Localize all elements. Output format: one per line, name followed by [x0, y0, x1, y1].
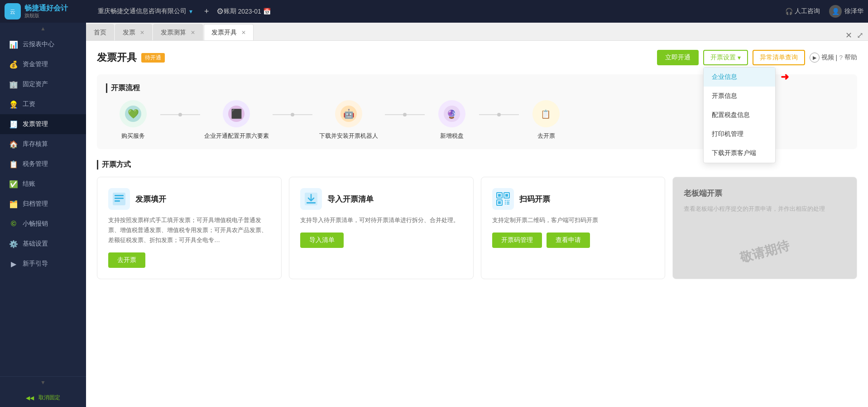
sidebar-item-kucun[interactable]: 🏠 库存核算	[0, 134, 86, 154]
import-list-button[interactable]: 导入清单	[300, 233, 344, 248]
sidebar-item-guidang[interactable]: 🗂️ 归档管理	[0, 194, 86, 214]
tab-fapiaocesuan-close[interactable]: ✕	[191, 29, 195, 36]
sidebar-label-yunbao: 云报表中心	[23, 40, 54, 48]
user-menu[interactable]: 👤 徐泽华	[829, 5, 863, 18]
jiezhang-icon: ✅	[9, 179, 18, 189]
tabs-right-actions: ✕ ⤢	[845, 30, 868, 40]
view-apply-button[interactable]: 查看申请	[547, 233, 590, 248]
app-edition: 旗舰版	[24, 12, 68, 19]
billing-card-wrap-laobanduan: 老板端开票 查看老板端小程序提交的开票申请，并作出相应的处理 敬请期待	[672, 177, 857, 279]
sidebar-item-xiaochang[interactable]: © 小畅报销	[0, 214, 86, 234]
page-title: 发票开具	[97, 51, 137, 64]
tab-fapiaocesuan[interactable]: 发票测算 ✕	[153, 24, 203, 40]
svg-rect-17	[307, 202, 316, 204]
xinshouyi-icon: ▶	[9, 259, 18, 268]
dropdown-item-xiazai[interactable]: 下载开票客户端	[704, 144, 775, 163]
abnormal-list-button[interactable]: 异常清单查询	[753, 50, 805, 65]
company-selector[interactable]: 重庆畅捷交通信息咨询有限公司 ▾	[91, 7, 200, 15]
connector-1	[160, 113, 200, 127]
tab-fapiaokaiju[interactable]: 发票开具 ✕	[204, 24, 254, 40]
calendar-icon[interactable]: 📅	[263, 8, 271, 15]
play-icon[interactable]: ▶	[810, 53, 820, 63]
connector-4	[479, 113, 519, 127]
kucun-icon: 🏠	[9, 140, 18, 149]
settings-dropdown-wrapper: 开票设置 ▾ 企业信息	[703, 50, 748, 65]
dropdown-item-kaipiaoxinxi[interactable]: 开票信息	[704, 87, 775, 106]
settings-button[interactable]: 开票设置 ▾	[703, 50, 748, 65]
tab-close-all-button[interactable]: ✕	[845, 30, 852, 40]
chevron-down-icon: ▾	[189, 8, 192, 15]
period-value: 2023-01	[238, 8, 261, 15]
customer-service[interactable]: 🎧 人工咨询	[785, 7, 820, 15]
tab-fapiao-close[interactable]: ✕	[140, 29, 144, 36]
help-label[interactable]: 帮助	[844, 53, 857, 62]
dropdown-item-qiyexinxi[interactable]: 企业信息	[704, 68, 775, 87]
red-arrow-indicator: ➜	[781, 71, 789, 83]
sidebar-item-fapiao[interactable]: 🧾 发票管理	[0, 114, 86, 134]
tab-fapiaokaiju-label: 发票开具	[211, 29, 237, 37]
sidebar-item-gudingzichan[interactable]: 🏢 固定资产	[0, 74, 86, 94]
xiaochang-icon: ©	[9, 219, 18, 228]
qr-manage-button[interactable]: 开票码管理	[492, 233, 542, 248]
sidebar-label-jiezhang: 结账	[23, 180, 35, 188]
sidebar-label-shuiwu: 税务管理	[23, 160, 48, 168]
logo-text-block: 畅捷通好会计 旗舰版	[24, 4, 68, 19]
coming-soon-overlay: 敬请期待	[738, 237, 791, 267]
status-badge: 待开通	[141, 53, 165, 63]
gongzi-icon: 👷	[9, 100, 18, 109]
svg-rect-27	[505, 202, 506, 203]
sidebar-item-gongzi[interactable]: 👷 工资	[0, 94, 86, 114]
shuiwu-icon: 📋	[9, 160, 18, 169]
sidebar-item-jichushezhi[interactable]: ⚙️ 基础设置	[0, 234, 86, 254]
account-period: 账期 2023-01 📅	[224, 7, 271, 15]
billing-card-header-2: 导入开票清单	[300, 188, 462, 210]
settings-icon[interactable]: ⚙	[216, 6, 224, 16]
svg-text:🔮: 🔮	[446, 109, 457, 119]
go-billing-button-1[interactable]: 去开票	[108, 252, 145, 268]
svg-rect-26	[508, 200, 509, 201]
sidebar-item-zijin[interactable]: 💰 资金管理	[0, 54, 86, 74]
dropdown-label-peizhi: 配置税盘信息	[712, 111, 750, 118]
sidebar-scroll-up[interactable]: ▲	[0, 23, 86, 34]
sidebar-item-jiezhang[interactable]: ✅ 结账	[0, 174, 86, 194]
tab-fapiaocesuan-label: 发票测算	[161, 29, 186, 37]
activate-button[interactable]: 立即开通	[657, 50, 699, 65]
sidebar-item-shuiwu[interactable]: 📋 税务管理	[0, 154, 86, 174]
settings-dropdown-menu: 企业信息 ➜ 开票信息 配置税盘信息	[703, 67, 776, 163]
guidang-icon: 🗂️	[9, 199, 18, 208]
tab-maximize-button[interactable]: ⤢	[857, 30, 863, 40]
tab-home[interactable]: 首页	[86, 24, 114, 40]
sidebar-bottom: ▼ ◀◀ 取消固定	[0, 376, 86, 407]
headset-icon: 🎧	[785, 8, 793, 15]
dropdown-item-peizhi[interactable]: 配置税盘信息	[704, 106, 775, 125]
step-label-qukaipiao: 去开票	[537, 132, 555, 140]
svg-rect-30	[507, 204, 509, 204]
step-label-goumaifw: 购买服务	[121, 132, 145, 140]
billing-card-3-buttons: 开票码管理 查看申请	[492, 233, 654, 248]
step-icon-xinzengshuipan: 🔮	[438, 100, 465, 127]
main-content: 首页 发票 ✕ 发票测算 ✕ 发票开具 ✕ ✕ ⤢	[86, 23, 868, 407]
sidebar-item-yunbao[interactable]: 📊 云报表中心	[0, 34, 86, 54]
billing-card-fapaiotiankai: 发票填开 支持按照发票样式手工填开发票；可开具增值税电子普通发票、增值税普通发票…	[97, 177, 282, 279]
add-icon[interactable]: +	[204, 7, 209, 16]
sidebar-scroll-down[interactable]: ▼	[0, 377, 86, 388]
svg-rect-25	[507, 200, 508, 201]
svg-text:📋: 📋	[541, 109, 551, 119]
connector-2	[273, 113, 312, 127]
tab-fapiaokaiju-close[interactable]: ✕	[241, 29, 246, 36]
separator: |	[836, 54, 838, 61]
dropdown-label-dayinji: 打印机管理	[712, 130, 743, 137]
service-label: 人工咨询	[795, 7, 820, 15]
pin-icon: ◀◀	[26, 395, 34, 401]
tab-fapiao[interactable]: 发票 ✕	[115, 24, 152, 40]
sidebar-label-fapiao: 发票管理	[23, 120, 48, 128]
billing-icon-3	[492, 188, 514, 210]
dropdown-item-dayinji[interactable]: 打印机管理	[704, 125, 775, 144]
sidebar-item-xinshouyi[interactable]: ▶ 新手引导	[0, 254, 86, 274]
sidebar-unpin[interactable]: ◀◀ 取消固定	[0, 388, 86, 407]
yunbao-icon: 📊	[9, 40, 18, 49]
video-label[interactable]: 视频	[821, 53, 834, 62]
logo-icon: 云	[5, 3, 21, 19]
tabs-bar: 首页 发票 ✕ 发票测算 ✕ 发票开具 ✕ ✕ ⤢	[86, 23, 868, 41]
svg-rect-24	[505, 200, 506, 201]
